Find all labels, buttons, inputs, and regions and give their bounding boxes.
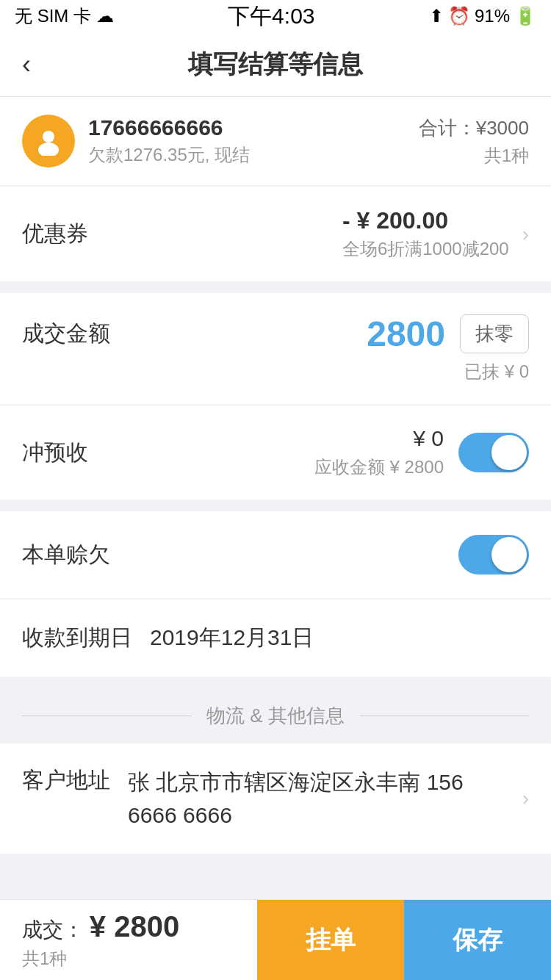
prepay-toggle[interactable] (458, 433, 529, 472)
nav-bar: ‹ 填写结算等信息 (0, 32, 551, 97)
coupon-discount: - ¥ 200.00 (342, 207, 509, 234)
total-label: 合计：¥3000 (419, 115, 529, 141)
divider-line-left (22, 716, 192, 716)
alarm-icon: ⏰ (448, 6, 470, 26)
round-button[interactable]: 抹零 (460, 314, 529, 353)
bottom-summary: 成交： ¥ 2800 共1种 (0, 910, 257, 970)
avatar (22, 115, 75, 167)
duedate-section: 收款到期日 2019年12月31日 (0, 599, 551, 677)
back-button[interactable]: ‹ (22, 49, 31, 80)
duedate-row: 收款到期日 2019年12月31日 (22, 623, 529, 653)
prepay-section: 冲预收 ¥ 0 应收金额 ¥ 2800 (0, 406, 551, 500)
customer-right: 合计：¥3000 共1种 (419, 115, 529, 167)
address-chevron-icon: › (522, 787, 529, 810)
bottom-bar: 成交： ¥ 2800 共1种 挂单 保存 (0, 899, 551, 980)
bottom-deal-row: 成交： ¥ 2800 (22, 910, 235, 944)
prepay-right: ¥ 0 应收金额 ¥ 2800 (314, 426, 529, 479)
coupon-label: 优惠券 (22, 219, 88, 249)
amount-value: 2800 (367, 314, 445, 354)
duedate-label: 收款到期日 (22, 623, 132, 653)
battery-icon: 🔋 (514, 6, 536, 26)
location-icon: ⬆ (429, 6, 444, 26)
prepay-label: 冲预收 (22, 438, 88, 468)
address-section[interactable]: 客户地址 张 北京市市辖区海淀区永丰南 156 6666 6666 › (0, 743, 551, 854)
customer-left: 17666666666 欠款1276.35元, 现结 (22, 115, 250, 167)
prepay-amount: ¥ 0 (314, 426, 444, 451)
coupon-chevron-icon: › (522, 223, 529, 246)
svg-point-1 (38, 143, 59, 156)
status-time: 下午4:03 (228, 1, 314, 32)
battery-level: 91% (475, 6, 510, 26)
coupon-desc: 全场6折满1000减200 (342, 237, 509, 261)
customer-info: 17666666666 欠款1276.35元, 现结 (88, 115, 250, 167)
customer-section: 17666666666 欠款1276.35元, 现结 合计：¥3000 共1种 (0, 97, 551, 185)
bottom-count: 共1种 (22, 947, 235, 970)
address-left: 客户地址 张 北京市市辖区海淀区永丰南 156 6666 6666 (22, 765, 516, 832)
amount-section: 成交金额 2800 抹零 已抹 ¥ 0 (0, 293, 551, 404)
address-label: 客户地址 (22, 765, 110, 796)
total-count: 共1种 (419, 144, 529, 167)
amount-sub: 已抹 ¥ 0 (22, 360, 529, 383)
prepay-sub: 应收金额 ¥ 2800 (314, 455, 444, 479)
status-left: 无 SIM 卡 ☁ (15, 4, 114, 28)
status-right: ⬆ ⏰ 91% 🔋 (429, 6, 536, 26)
coupon-info: - ¥ 200.00 全场6折满1000减200 (342, 207, 509, 261)
page-title: 填写结算等信息 (188, 48, 363, 82)
svg-point-0 (43, 131, 54, 143)
sim-status: 无 SIM 卡 ☁ (15, 4, 114, 28)
duedate-value: 2019年12月31日 (150, 623, 314, 653)
prepay-values: ¥ 0 应收金额 ¥ 2800 (314, 426, 444, 479)
amount-row: 成交金额 2800 抹零 (22, 314, 529, 354)
logistics-divider: 物流 & 其他信息 (0, 688, 551, 743)
bottom-deal-label: 成交： (22, 918, 84, 941)
save-button[interactable]: 保存 (404, 900, 551, 981)
amount-label: 成交金额 (22, 319, 110, 349)
coupon-right: - ¥ 200.00 全场6折满1000减200 › (342, 207, 529, 261)
amount-right: 2800 抹零 (367, 314, 529, 354)
coupon-section[interactable]: 优惠券 - ¥ 200.00 全场6折满1000减200 › (0, 187, 551, 281)
debt-toggle-thumb (491, 537, 527, 572)
address-value: 张 北京市市辖区海淀区永丰南 156 6666 6666 (128, 765, 516, 832)
bottom-amount: ¥ 2800 (90, 910, 179, 943)
debt-section: 本单赊欠 (0, 511, 551, 598)
hang-button[interactable]: 挂单 (257, 900, 404, 981)
debt-label: 本单赊欠 (22, 540, 110, 570)
toggle-thumb (491, 435, 527, 470)
logistics-label: 物流 & 其他信息 (192, 703, 359, 729)
debt-toggle[interactable] (458, 535, 529, 574)
status-bar: 无 SIM 卡 ☁ 下午4:03 ⬆ ⏰ 91% 🔋 (0, 0, 551, 32)
customer-sub: 欠款1276.35元, 现结 (88, 143, 250, 167)
divider-line-right (359, 716, 529, 716)
customer-phone: 17666666666 (88, 115, 250, 140)
